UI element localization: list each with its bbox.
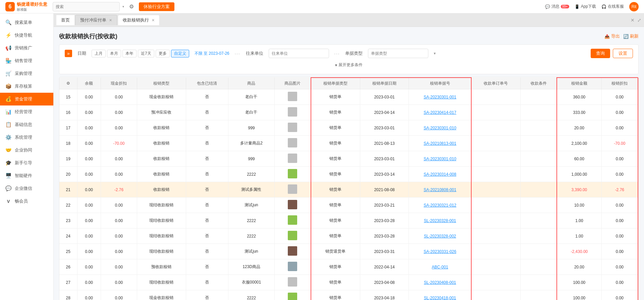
industry-btn[interactable]: 休验行业方案 [139,2,174,11]
tab-prepay[interactable]: 预付冲应付单 ✕ [75,15,117,25]
doc-no-link[interactable]: SA-20230301-010 [424,126,456,130]
cell-receipt-condition [520,259,557,275]
date-btn-7days[interactable]: 近7天 [138,50,154,57]
sidebar-item-basic-info[interactable]: 📋 基础信息 [0,118,53,131]
settings-btn[interactable]: 设置 [613,49,633,58]
top-bar-center: ▾ ⚙ 休验行业方案 [53,2,540,11]
sidebar-item-hardware[interactable]: 🖥️ 智能硬件 [0,169,53,182]
doc-no-link[interactable]: SA-20230331-026 [424,249,456,254]
sidebar-item-newguide[interactable]: 🎓 新手引导 [0,157,53,169]
gear-icon[interactable]: ⚙ [127,2,136,11]
cell-cancel-amount: 2,100.00 [557,136,601,151]
col-header-cancel-doc-type: 核销单据类型 [311,78,360,89]
doc-no-link[interactable]: SL-20230328-002 [424,234,456,239]
tab-bar-right: ✕ ⤢ [631,17,641,23]
expand-more-btn[interactable]: ▾ 展开更多条件 [335,60,363,70]
message-btn[interactable]: 💬 消息 99+ [545,4,569,9]
col-header-setting[interactable]: ⚙ [59,78,77,89]
cell-receipt-condition [520,120,557,136]
page-title: 收款核销执行(按收款) [59,32,117,40]
col-header-goods: 商品 [228,78,274,89]
sidebar-item-inventory[interactable]: 📦 库存核算 [0,80,53,93]
sidebar-item-purchase[interactable]: 🛒 采购管理 [0,67,53,80]
doc-no-link[interactable]: ABC-001 [432,265,448,269]
cell-goods-img [274,259,311,275]
cell-goods: 多计量商品2 [228,136,274,151]
cell-cancel-doc-date: 2023-04-18 [360,290,409,300]
sidebar-item-member[interactable]: V 畅会员 [0,195,53,208]
date-btn-this-year[interactable]: 本年 [122,50,137,57]
doc-no-link[interactable]: SA-20230301-001 [424,95,456,99]
sidebar-item-system[interactable]: ⚙️ 系统管理 [0,131,53,144]
doc-no-link[interactable]: SA-20230321-012 [424,203,456,208]
row-number: 18 [59,136,77,151]
tab-home[interactable]: 首页 [56,15,74,25]
app-logo: 6 畅捷通谱好生意 标准版 [5,1,47,12]
date-btn-custom[interactable]: 自定义 [171,50,189,57]
cell-balance: 0.00 [77,244,101,259]
cell-receipt-condition [520,151,557,167]
cell-cancel-discount: 0.00 [601,120,638,136]
app-download-btn[interactable]: 📱 App下载 [575,4,596,9]
cell-balance: 0.00 [77,120,101,136]
service-icon: 🎧 [601,4,606,9]
cell-cancel-doc-no: SA-20230321-012 [409,198,471,213]
message-icon: 💬 [545,4,550,9]
col-header-goods-img: 商品图片 [274,78,311,89]
date-btn-last-month[interactable]: 上月 [92,50,106,57]
search-input[interactable] [53,2,120,11]
cell-balance: 0.00 [77,136,101,151]
doc-no-link[interactable]: SA-20230301-010 [424,157,456,161]
query-btn[interactable]: 查询 [591,49,610,58]
data-table: ⚙ 余额 现金折扣 核销类型 包含已结清 商品 商品图片 核销单据类型 核销单据… [59,77,638,300]
online-service-btn[interactable]: 🎧 在线客服 [601,4,624,9]
doc-type-select[interactable] [368,49,428,58]
refresh-btn[interactable]: 🔄 刷新 [623,33,639,39]
partner-input[interactable] [269,49,329,58]
close-icon[interactable]: ✕ [152,18,155,23]
doc-no-link[interactable]: SA-20230314-008 [424,172,456,177]
doc-no-link[interactable]: SL-20230408-001 [424,280,456,285]
cell-receipt-condition [520,136,557,151]
cell-cancel-doc-no: ABC-001 [409,259,471,275]
maximize-icon[interactable]: ✕ [631,17,635,23]
cell-cancel-amount: 20.00 [557,120,601,136]
close-icon[interactable]: ✕ [109,18,112,23]
sidebar-item-quicknav[interactable]: ⚡ 快捷导航 [0,29,53,42]
fullscreen-icon[interactable]: ⤢ [637,17,641,23]
sidebar-item-wechat[interactable]: 💬 企业微信 [0,182,53,195]
cell-goods: 2222 [228,167,274,182]
sidebar-item-marketing[interactable]: 📢 营销推广 [0,42,53,54]
doc-no-link[interactable]: SA-20210808-001 [424,187,456,192]
dropdown-arrow-icon[interactable]: ▾ [122,5,124,8]
cell-cash-discount: 0.00 [101,151,137,167]
tab-receipt[interactable]: 收款核销执行 ✕ [118,15,160,25]
sidebar-item-sales[interactable]: 🏪 销售管理 [0,54,53,67]
sidebar-item-management[interactable]: 📊 经营管理 [0,105,53,118]
sidebar-item-finance[interactable]: 💰 资金管理 [0,93,53,105]
cell-cancel-discount: 0.00 [601,89,638,105]
sidebar-label-finance: 资金管理 [15,96,32,102]
sidebar-item-enterprise[interactable]: 🤝 企业协同 [0,144,53,157]
cell-goods-img [274,182,311,198]
doc-no-link[interactable]: SA-20210813-001 [424,141,456,146]
doc-no-link[interactable]: SL-20230328-001 [424,218,456,223]
page-header: 收款核销执行(按收款) 📤 导出 🔄 刷新 [59,32,639,40]
doc-no-link[interactable]: SL-20230418-001 [424,296,456,300]
cell-receipt-condition [520,213,557,228]
export-btn[interactable]: 📤 导出 [604,33,620,39]
filter-expand-btn[interactable]: » [65,50,72,57]
doc-no-link[interactable]: SA-20230414-017 [424,110,456,115]
cell-goods-img [274,105,311,120]
cell-goods: 2222 [228,228,274,244]
avatar[interactable]: Rit [629,2,639,11]
date-btn-this-month[interactable]: 本月 [107,50,121,57]
filter-row: » 日期 上月 本月 本年 近7天 更多 自定义 不限 至 2023-07-26… [65,49,633,58]
cell-cancel-doc-no: SA-20230301-010 [409,120,471,136]
date-btn-more[interactable]: 更多 [156,50,170,57]
app-icon: 📱 [575,4,580,9]
sidebar-label-search: 搜索菜单 [15,19,32,26]
sidebar-item-search[interactable]: 🔍 搜索菜单 [0,16,53,29]
enterprise-icon: 🤝 [5,147,11,153]
doc-type-dropdown-icon[interactable]: ▾ [434,51,436,56]
